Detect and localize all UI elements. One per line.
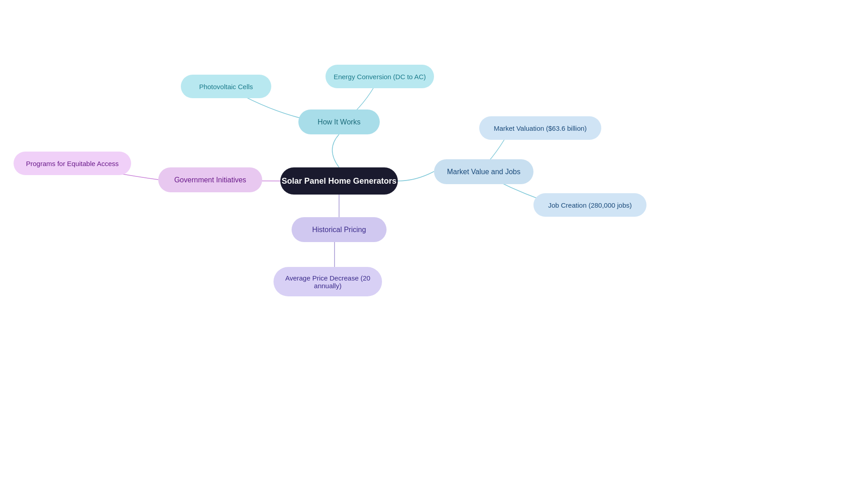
government-initiatives-label: Government Initiatives [174,176,246,184]
how-it-works-node[interactable]: How It Works [298,109,380,134]
photovoltaic-node[interactable]: Photovoltaic Cells [181,75,271,98]
how-it-works-label: How It Works [318,118,361,126]
job-creation-node[interactable]: Job Creation (280,000 jobs) [533,193,646,217]
government-initiatives-node[interactable]: Government Initiatives [158,167,262,192]
programs-node[interactable]: Programs for Equitable Access [14,152,131,175]
photovoltaic-label: Photovoltaic Cells [199,83,253,90]
avg-price-label: Average Price Decrease (20 annually) [274,274,382,290]
market-value-jobs-label: Market Value and Jobs [447,168,520,176]
historical-pricing-node[interactable]: Historical Pricing [292,217,387,242]
central-label: Solar Panel Home Generators [282,176,396,186]
central-node[interactable]: Solar Panel Home Generators [280,167,398,195]
market-valuation-node[interactable]: Market Valuation ($63.6 billion) [479,116,601,140]
market-value-jobs-node[interactable]: Market Value and Jobs [434,159,533,184]
avg-price-node[interactable]: Average Price Decrease (20 annually) [274,267,382,296]
programs-label: Programs for Equitable Access [26,160,118,167]
energy-conversion-label: Energy Conversion (DC to AC) [334,73,426,81]
market-valuation-label: Market Valuation ($63.6 billion) [494,124,587,132]
energy-conversion-node[interactable]: Energy Conversion (DC to AC) [326,65,434,88]
historical-pricing-label: Historical Pricing [312,226,366,234]
job-creation-label: Job Creation (280,000 jobs) [548,201,632,209]
